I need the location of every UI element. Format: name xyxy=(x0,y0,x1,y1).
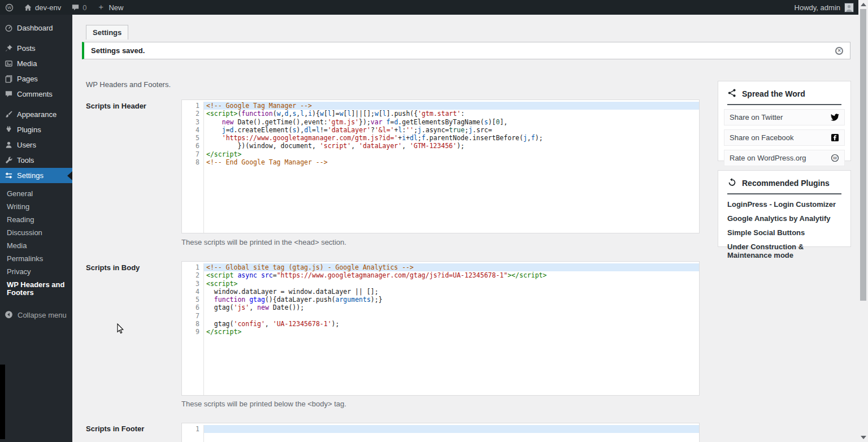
tab-settings[interactable]: Settings xyxy=(86,25,128,40)
share-row-label: Share on Facebook xyxy=(730,133,793,142)
submenu-item-wp-headers-and-footers[interactable]: WP Headers and Footers xyxy=(0,278,72,299)
sidebar-item-label: Posts xyxy=(17,44,36,53)
comment-bubble-icon xyxy=(71,3,80,12)
share-on-twitter-link[interactable]: Share on Twitter xyxy=(724,109,845,125)
scrollbar-up-arrow-icon[interactable] xyxy=(861,3,866,6)
sidebar-item-pages[interactable]: Pages xyxy=(0,71,72,86)
code-line[interactable]: 8<!-- End Google Tag Manager --> xyxy=(182,158,699,166)
code-line[interactable]: 1<!-- Global site tag (gtag.js) - Google… xyxy=(182,263,699,271)
plugin-link-simple-social-buttons[interactable]: Simple Social Buttons xyxy=(727,228,841,237)
comments-bubble-button[interactable]: 0 xyxy=(66,0,92,15)
line-number: 6 xyxy=(182,304,204,311)
share-icon xyxy=(727,88,737,99)
line-number: 3 xyxy=(182,280,204,288)
editor-empty-area[interactable] xyxy=(182,336,699,396)
rate-on-wordpress-org-link[interactable]: Rate on WordPress.orgW xyxy=(724,150,845,166)
code-line[interactable]: 9</script> xyxy=(182,328,699,336)
code-line[interactable]: 1<!-- Google Tag Manager --> xyxy=(182,102,699,110)
howdy-text: Howdy, admin xyxy=(795,3,840,12)
code-line[interactable]: 4 window.dataLayer = window.dataLayer ||… xyxy=(182,288,699,296)
page-intro: WP Headers and Footers. xyxy=(86,80,171,89)
line-number: 7 xyxy=(182,312,204,320)
sidebar-item-media[interactable]: Media xyxy=(0,56,72,71)
comment-count: 0 xyxy=(83,3,86,12)
code-text: </script> xyxy=(204,328,699,336)
code-line[interactable]: 7</script> xyxy=(182,150,699,158)
code-line[interactable]: 5 'https://www.googletagmanager.com/gtm.… xyxy=(182,134,699,142)
code-text: j=d.createElement(s),dl=l!='dataLayer'?'… xyxy=(204,126,699,134)
code-editor-footer[interactable]: 1 xyxy=(181,423,700,442)
sidebar-item-posts[interactable]: Posts xyxy=(0,41,72,56)
plugins-icon xyxy=(5,125,13,134)
editor-empty-area[interactable] xyxy=(182,166,699,233)
collapse-menu-button[interactable]: Collapse menu xyxy=(0,307,72,323)
code-line[interactable]: 7 xyxy=(182,312,699,320)
sidebar-item-label: Dashboard xyxy=(17,24,53,32)
submenu-item-reading[interactable]: Reading xyxy=(0,213,72,226)
new-content-button[interactable]: ＋ New xyxy=(92,0,128,15)
svg-text:W: W xyxy=(7,5,12,10)
code-line[interactable]: 5 function gtag(){dataLayer.push(argumen… xyxy=(182,296,699,304)
submenu-item-writing[interactable]: Writing xyxy=(0,200,72,213)
label-scripts-in-header: Scripts in Header xyxy=(86,102,146,110)
submenu-item-permalinks[interactable]: Permalinks xyxy=(0,252,72,265)
admin-bar: W dev-env 0 ＋ New Howdy, admin xyxy=(0,0,858,15)
code-editor-header[interactable]: 1<!-- Google Tag Manager -->2<script>(fu… xyxy=(181,99,700,233)
sidebar-item-appearance[interactable]: Appearance xyxy=(0,107,72,122)
code-line[interactable]: 8 gtag('config', 'UA-12345678-1'); xyxy=(182,320,699,328)
sidebar-item-comments[interactable]: Comments xyxy=(0,86,72,102)
avatar[interactable] xyxy=(844,3,854,12)
submenu-item-media[interactable]: Media xyxy=(0,239,72,252)
code-text: gtag('js', new Date()); xyxy=(204,304,699,311)
settings-saved-notice: Settings saved. ✕ xyxy=(82,42,850,59)
line-number: 6 xyxy=(182,142,204,150)
code-line[interactable]: 3 new Date().getTime(),event:'gtm.js'});… xyxy=(182,118,699,126)
submenu-item-privacy[interactable]: Privacy xyxy=(0,265,72,278)
code-line[interactable]: 2<script>(function(w,d,s,l,i){w[l]=w[l]|… xyxy=(182,110,699,118)
code-text: <script>(function(w,d,s,l,i){w[l]=w[l]||… xyxy=(204,110,699,118)
scrollbar-thumb[interactable] xyxy=(860,9,866,301)
spread-the-word-title: Spread the Word xyxy=(742,89,805,98)
code-text: gtag('config', 'UA-12345678-1'); xyxy=(204,320,699,328)
dashboard-icon xyxy=(5,24,13,32)
dismiss-notice-icon[interactable]: ✕ xyxy=(835,47,843,55)
plugin-link-loginpress-login-customizer[interactable]: LoginPress - Login Customizer xyxy=(727,200,841,209)
line-number: 8 xyxy=(182,158,204,166)
code-line[interactable]: 6 gtag('js', new Date()); xyxy=(182,304,699,311)
code-line[interactable]: 4 j=d.createElement(s),dl=l!='dataLayer'… xyxy=(182,126,699,134)
sidebar-item-settings[interactable]: Settings xyxy=(0,168,72,183)
sidebar-item-tools[interactable]: Tools xyxy=(0,153,72,168)
sidebar-item-label: Plugins xyxy=(17,125,41,134)
code-editor-body[interactable]: 1<!-- Global site tag (gtag.js) - Google… xyxy=(181,261,700,396)
sidebar-item-users[interactable]: Users xyxy=(0,137,72,153)
spread-the-word-header: Spread the Word xyxy=(727,88,841,105)
sidebar-item-plugins[interactable]: Plugins xyxy=(0,122,72,137)
site-name-link[interactable]: dev-env xyxy=(19,0,66,15)
svg-text:W: W xyxy=(833,155,837,161)
code-line[interactable]: 6 })(window, document, 'script', 'dataLa… xyxy=(182,142,699,150)
share-on-facebook-link[interactable]: Share on Facebook xyxy=(724,129,845,146)
appearance-icon xyxy=(5,110,13,119)
account-menu[interactable]: Howdy, admin xyxy=(795,3,840,12)
submenu-item-discussion[interactable]: Discussion xyxy=(0,226,72,239)
code-text xyxy=(204,425,699,433)
code-line[interactable]: 2<script async src="https://www.googleta… xyxy=(182,271,699,279)
code-text: <script async src="https://www.googletag… xyxy=(204,271,699,279)
tab-settings-label: Settings xyxy=(93,28,121,37)
sidebar-item-label: Appearance xyxy=(17,110,57,119)
line-number: 4 xyxy=(182,288,204,296)
line-number: 8 xyxy=(182,320,204,328)
code-text: <!-- End Google Tag Manager --> xyxy=(204,158,699,166)
code-text: <script> xyxy=(204,280,699,288)
media-icon xyxy=(5,59,13,68)
plugin-link-under-construction-maintenance-mode[interactable]: Under Construction & Maintenance mode xyxy=(727,242,841,259)
line-number: 1 xyxy=(182,263,204,271)
scrollbar-down-arrow-icon[interactable] xyxy=(861,436,866,439)
sidebar-item-dashboard[interactable]: Dashboard xyxy=(0,20,72,36)
code-line[interactable]: 3<script> xyxy=(182,280,699,288)
wordpress-menu-button[interactable]: W xyxy=(0,0,19,15)
editor-empty-area[interactable] xyxy=(182,433,699,442)
submenu-item-general[interactable]: General xyxy=(0,187,72,200)
code-line[interactable]: 1 xyxy=(182,425,699,433)
plugin-link-google-analytics-by-analytify[interactable]: Google Analytics by Analytify xyxy=(727,214,841,223)
